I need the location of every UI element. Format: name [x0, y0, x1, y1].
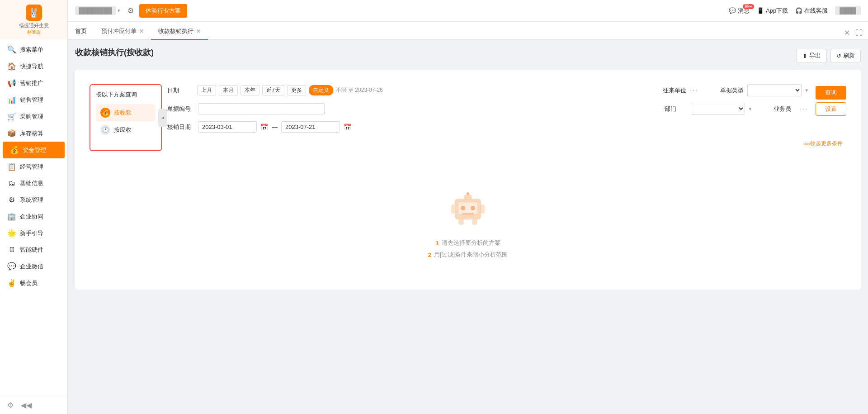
sidebar-item-label: 采购管理: [20, 113, 43, 121]
sidebar-item-wechat[interactable]: 💬 企业微信: [0, 258, 67, 275]
svg-point-6: [467, 192, 470, 195]
sidebar-menu: 🔍 搜索菜单 🏠 快捷导航 📢 营销推广 📊 销售管理 🛒 采购管理 📦 库存核…: [0, 39, 67, 396]
sidebar-item-finance[interactable]: 💰 资金管理: [3, 142, 65, 158]
service-label: 在线客服: [804, 7, 828, 15]
employee-picker-button[interactable]: ···: [800, 105, 808, 113]
sidebar-item-label: 智能硬件: [20, 246, 43, 254]
filter-collapse-button[interactable]: «: [158, 109, 167, 127]
sidebar: 🐰 畅捷通好生意 标准版 🔍 搜索菜单 🏠 快捷导航 📢 营销推广 📊 销售管理…: [0, 0, 68, 414]
collapse-icon: «: [161, 114, 165, 121]
dept-label: 部门: [665, 105, 687, 113]
tab-expand-icon[interactable]: ⛶: [854, 27, 864, 39]
partner-picker-button[interactable]: ···: [690, 86, 698, 95]
date-custom[interactable]: 自定义: [309, 85, 333, 95]
business-icon: 📋: [7, 162, 16, 171]
sidebar-item-member[interactable]: ✌ 畅会员: [0, 275, 67, 291]
date-more[interactable]: 更多: [287, 85, 306, 95]
calendar-end-icon[interactable]: 📅: [344, 124, 351, 131]
system-icon: ⚙: [7, 195, 16, 204]
message-button[interactable]: 💬 消息 99+: [729, 7, 750, 15]
sidebar-item-inventory[interactable]: 📦 库存核算: [0, 125, 67, 142]
app-download-button[interactable]: 📱 App下载: [757, 7, 788, 15]
sidebar-item-guide[interactable]: 🌟 新手引导: [0, 225, 67, 242]
svg-point-2: [461, 206, 465, 210]
dept-select[interactable]: [691, 103, 745, 115]
quick-nav-icon: 🏠: [7, 62, 16, 71]
guide-icon: 🌟: [7, 229, 16, 238]
verify-date-range: 📅 — 📅: [198, 121, 351, 133]
sidebar-item-hardware[interactable]: 🖥 智能硬件: [0, 242, 67, 258]
empty-state: 1 请先选择要分析的方案 2 用[过滤]条件来缩小分析范围: [82, 158, 854, 286]
date-last-month[interactable]: 上月: [197, 85, 216, 95]
tab-prepay-label: 预付冲应付单: [101, 27, 137, 35]
sidebar-collapse-button[interactable]: ◀◀: [21, 401, 32, 409]
tab-home-label: 首页: [75, 27, 87, 35]
filter-by-receivable[interactable]: 🕐 按应收: [96, 121, 156, 138]
sidebar-item-business[interactable]: 📋 经营管理: [0, 158, 67, 175]
sidebar-item-search-menu[interactable]: 🔍 搜索菜单: [0, 41, 67, 58]
tab-prepay[interactable]: 预付冲应付单 ✕: [94, 24, 151, 40]
company-selector[interactable]: ████████ ▾: [75, 6, 120, 15]
export-icon: ⬆: [802, 52, 807, 59]
company-chevron-icon: ▾: [118, 8, 120, 14]
filter-by-receipt[interactable]: 💰 按收款: [96, 104, 156, 121]
inventory-icon: 📦: [7, 129, 16, 138]
tab-bar: 首页 预付冲应付单 ✕ 收款核销执行 ✕ ✕ ⛶: [68, 22, 868, 40]
date-label: 日期: [167, 86, 190, 95]
verify-date-start-input[interactable]: [198, 121, 257, 133]
date-range-separator: —: [272, 124, 278, 130]
service-button[interactable]: 🎧 在线客服: [795, 7, 828, 15]
date-last-7[interactable]: 近7天: [262, 85, 284, 95]
sidebar-item-purchase[interactable]: 🛒 采购管理: [0, 108, 67, 125]
sidebar-item-enterprise[interactable]: 🏢 企业协同: [0, 208, 67, 225]
date-this-month[interactable]: 本月: [219, 85, 238, 95]
topbar: ████████ ▾ ⚙ 体验行业方案 💬 消息 99+ 📱 App下载 🎧 在…: [68, 0, 868, 22]
search-menu-icon: 🔍: [7, 45, 16, 54]
topbar-gear-icon[interactable]: ⚙: [127, 6, 134, 15]
hardware-icon: 🖥: [7, 246, 16, 254]
date-this-year[interactable]: 本年: [241, 85, 259, 95]
tab-receipt-cancel-close-icon[interactable]: ✕: [196, 28, 201, 34]
doc-type-label: 单据类型: [720, 86, 744, 95]
collapse-more-button[interactable]: «« 收起更多条件: [167, 136, 846, 151]
svg-rect-8: [481, 205, 485, 214]
filter-settings-button[interactable]: 设置: [816, 102, 846, 116]
sidebar-item-marketing[interactable]: 📢 营销推广: [0, 75, 67, 91]
company-name: ████████: [75, 6, 116, 15]
refresh-button[interactable]: ↺ 刷新: [830, 49, 861, 62]
doc-no-input[interactable]: [198, 103, 325, 114]
filter-panel-title: 按以下方案查询: [96, 90, 156, 99]
tab-receipt-cancel[interactable]: 收款核销执行 ✕: [151, 24, 208, 40]
query-button[interactable]: 查询: [816, 86, 846, 100]
tab-prepay-close-icon[interactable]: ✕: [139, 28, 144, 34]
solution-button[interactable]: 体验行业方案: [139, 4, 187, 18]
user-avatar[interactable]: ████: [835, 6, 861, 15]
tab-home[interactable]: 首页: [68, 24, 94, 40]
empty-illustration: [445, 186, 491, 231]
service-icon: 🎧: [795, 7, 802, 14]
svg-rect-9: [458, 219, 464, 224]
sidebar-settings-button[interactable]: ⚙: [7, 401, 14, 409]
export-button[interactable]: ⬆ 导出: [797, 49, 827, 62]
calendar-start-icon[interactable]: 📅: [260, 124, 268, 131]
app-label: App下载: [766, 7, 788, 15]
app-logo-icon: 🐰: [26, 5, 42, 21]
empty-hint-1: 1 请先选择要分析的方案: [435, 239, 500, 247]
sidebar-item-label: 搜索菜单: [20, 46, 43, 54]
empty-num-2: 2: [428, 252, 431, 258]
employee-label: 业务员: [774, 105, 796, 113]
sidebar-item-sales[interactable]: 📊 销售管理: [0, 91, 67, 108]
verify-date-end-input[interactable]: [281, 121, 340, 133]
by-receipt-icon: 💰: [100, 108, 110, 118]
svg-point-3: [471, 206, 475, 210]
message-badge: 99+: [743, 4, 754, 9]
filter-right-panel: 日期 上月 本月 本年 近7天 更多 自定义 不限 至 2023-07-26: [167, 84, 846, 151]
filter-left-panel: 按以下方案查询 💰 按收款 🕐 按应收 «: [90, 84, 162, 151]
tab-close-all-icon[interactable]: ✕: [842, 27, 852, 39]
sidebar-item-quick-nav[interactable]: 🏠 快捷导航: [0, 58, 67, 75]
doc-type-select[interactable]: [747, 84, 802, 96]
date-quick-btns: 上月 本月 本年 近7天 更多 自定义 不限 至 2023-07-26: [197, 85, 383, 95]
sidebar-item-basic[interactable]: 🗂 基础信息: [0, 175, 67, 191]
wechat-icon: 💬: [7, 262, 16, 271]
sidebar-item-system[interactable]: ⚙ 系统管理: [0, 191, 67, 208]
